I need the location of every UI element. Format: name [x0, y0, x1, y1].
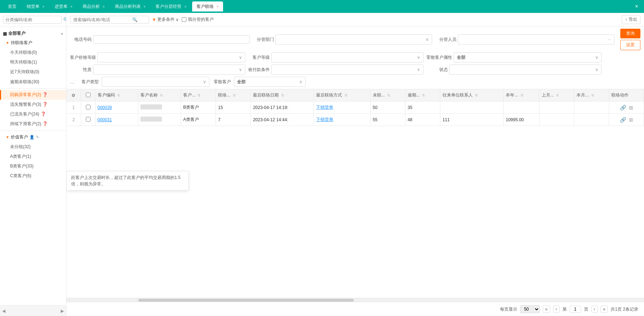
nav-tab-purchase[interactable]: 进货单 ×	[50, 1, 77, 11]
sidebar-search-input[interactable]	[3, 16, 62, 24]
sidebar-item-class-a[interactable]: A类客户(1)	[0, 152, 66, 161]
action-icons-2: 🔗 ⊞	[611, 117, 641, 123]
filter-price-level: 客户价格等级 ∨	[70, 52, 245, 62]
my-customers-checkbox[interactable]	[182, 17, 186, 22]
nav-tab-customer-contact[interactable]: 客户联络 ×	[192, 1, 223, 11]
retail-customer-select[interactable]: 全部 ∨	[234, 77, 306, 87]
scrollbar-area[interactable]	[66, 298, 644, 302]
nav-tab-sales-close[interactable]: ×	[42, 5, 45, 9]
last-month-sort-icon[interactable]: ⇅	[556, 93, 559, 97]
scrollbar-thumb[interactable]	[138, 299, 354, 302]
lost-predicted-help-icon[interactable]: ❓	[42, 102, 48, 107]
this-year-sort-icon[interactable]: ⇅	[520, 93, 523, 97]
row2-action1-icon[interactable]: 🔗	[620, 117, 626, 123]
lost-predicted-label: 流失预警客户(3)	[10, 102, 41, 107]
row2-checkbox[interactable]	[86, 117, 91, 122]
export-btn[interactable]: ↑ 导出	[622, 15, 640, 24]
search-icon[interactable]: 🔍	[132, 17, 138, 22]
row1-checkbox[interactable]	[86, 105, 91, 109]
sidebar-item-tomorrow[interactable]: 明天待联络(1)	[0, 57, 66, 67]
customer-type-select[interactable]: ∨	[102, 77, 209, 87]
first-page-btn[interactable]: «	[543, 306, 550, 313]
row1-method-link[interactable]: 下销货单	[316, 105, 333, 110]
sidebar-item-unclassified[interactable]: 未分组(32)	[0, 142, 66, 152]
row1-action2-icon[interactable]: ⊞	[629, 105, 633, 110]
td-this-month-1	[574, 102, 609, 114]
row2-action2-icon[interactable]: ⊞	[629, 117, 633, 123]
person-select[interactable]: ···	[458, 34, 615, 44]
repurchase-help-icon[interactable]: ❓	[42, 92, 48, 97]
sidebar-scroll-left[interactable]: ◀	[2, 308, 5, 313]
contact-count-sort-icon[interactable]: ⇅	[233, 93, 236, 97]
nav-tab-home[interactable]: 首页	[4, 1, 21, 11]
sidebar-search-icon[interactable]: 🔍	[63, 17, 66, 22]
edit-icon[interactable]: ✎	[36, 135, 39, 140]
retail-attr-select[interactable]: 全部 ∨	[454, 52, 602, 62]
sidebar-item-continue-down[interactable]: 持续下滑客户(2) ❓	[0, 119, 66, 129]
sidebar-item-class-c[interactable]: C类客户(6)	[0, 171, 66, 181]
filter-person: 分管人员 ···	[435, 34, 615, 44]
sidebar-item-overdue[interactable]: 逾期未联络(30)	[0, 77, 66, 87]
sidebar-item-already-lost[interactable]: 已流失客户(24) ❓	[0, 109, 66, 119]
sidebar-item-lost-predicted[interactable]: 流失预警客户(3) ❓	[0, 100, 66, 109]
dept-select[interactable]: ∨	[275, 34, 432, 44]
this-month-sort-icon[interactable]: ⇅	[591, 93, 594, 97]
td-last-month-1	[539, 102, 574, 114]
row2-method-link[interactable]: 下销货单	[316, 117, 333, 122]
per-page-select[interactable]: 50 100 200	[520, 305, 540, 313]
continue-down-help-icon[interactable]: ❓	[42, 121, 48, 126]
nav-tab-product-analysis[interactable]: 商品分析 ×	[78, 1, 109, 11]
next-page-btn[interactable]: ›	[591, 306, 598, 313]
page-input[interactable]	[570, 306, 581, 313]
nav-tab-product-list-close[interactable]: ×	[144, 5, 146, 9]
select-all-checkbox[interactable]	[86, 93, 91, 97]
nav-tab-purchase-label: 进货单	[55, 4, 68, 10]
price-level-select[interactable]: ∨	[97, 52, 245, 62]
sidebar-item-class-b[interactable]: B类客户(33)	[0, 161, 66, 171]
row2-code-link[interactable]: 000031	[98, 117, 112, 122]
payment-select[interactable]: ∨	[271, 65, 423, 75]
sidebar-waiting-contact-group[interactable]: ▼ 待联络客户	[0, 38, 66, 48]
th-last-contact-date-label: 最后联络日期	[253, 93, 279, 98]
th-gear[interactable]: ⚙	[66, 89, 81, 102]
sidebar-scroll-right[interactable]: ▶	[61, 308, 64, 313]
query-btn[interactable]: 查询	[620, 29, 640, 38]
sidebar-value-group[interactable]: ▼ 价值客户 👤 ✎	[0, 132, 66, 142]
dots-more[interactable]: ...	[70, 79, 74, 85]
search-input[interactable]	[73, 17, 131, 22]
nav-tab-purchase-close[interactable]: ×	[70, 5, 73, 9]
prev-page-btn[interactable]: ‹	[553, 306, 560, 313]
last-date-sort-icon[interactable]: ⇅	[281, 93, 284, 97]
person-icon[interactable]: 👤	[29, 135, 34, 140]
nav-window-close[interactable]: ×	[633, 3, 640, 10]
row1-code-link[interactable]: 000039	[98, 105, 112, 110]
status-select[interactable]: ∨	[449, 65, 602, 75]
last-page-btn[interactable]: »	[601, 306, 608, 313]
sidebar-item-today[interactable]: 今天待联络(0)	[0, 48, 66, 57]
nav-tab-sales[interactable]: 销货单 ×	[22, 1, 49, 11]
contact-person-sort-icon[interactable]: ⇅	[475, 93, 478, 97]
sidebar-item-repurchase-abnormal[interactable]: 回购异常客户(2) ❓	[0, 90, 66, 100]
last-method-sort-icon[interactable]: ⇅	[344, 93, 347, 97]
row1-action1-icon[interactable]: 🔗	[620, 105, 626, 110]
sidebar-item-7days[interactable]: 近7天待联络(0)	[0, 67, 66, 77]
nav-tab-customer-contact-close[interactable]: ×	[217, 5, 219, 9]
sidebar-collapse-icon[interactable]: «	[61, 31, 63, 36]
customer-level-select[interactable]: ∨	[271, 52, 423, 62]
gender-select[interactable]: ∨	[93, 65, 245, 75]
overdue-sort-icon[interactable]: ⇅	[422, 93, 425, 97]
nav-tab-customer-segment-close[interactable]: ×	[184, 5, 186, 9]
uncontacted-sort-icon[interactable]: ⇅	[387, 93, 390, 97]
code-sort-icon[interactable]: ⇅	[117, 93, 120, 97]
already-lost-help-icon[interactable]: ❓	[41, 112, 46, 117]
per-page-label: 每页显示	[500, 306, 517, 312]
settings-btn[interactable]: 设置	[620, 40, 640, 50]
type-sort-icon[interactable]: ⇅	[198, 93, 200, 97]
nav-tab-product-list[interactable]: 商品分析列表 ×	[111, 1, 150, 11]
td-last-date-1: 2023-04-17 14:19:	[251, 102, 314, 114]
name-sort-icon[interactable]: ⇅	[160, 93, 163, 97]
phone-input[interactable]	[93, 35, 250, 44]
more-conditions-btn[interactable]: ▼ 更多条件 ∨	[152, 16, 179, 23]
nav-tab-product-analysis-close[interactable]: ×	[103, 5, 105, 9]
nav-tab-customer-segment[interactable]: 客户分层经营 ×	[151, 1, 191, 11]
